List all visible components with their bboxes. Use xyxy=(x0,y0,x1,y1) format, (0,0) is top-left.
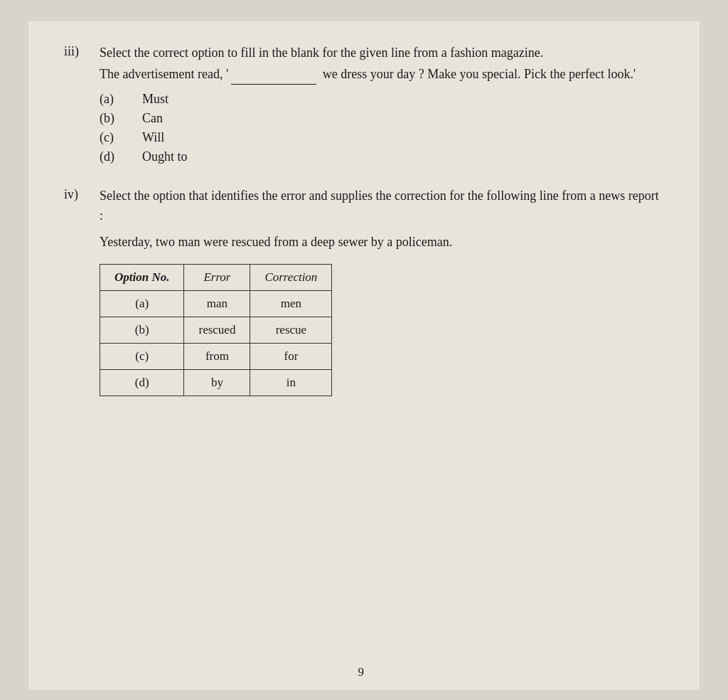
correction-table: Option No. Error Correction (a) man men … xyxy=(100,264,332,396)
option-3d-text: Ought to xyxy=(142,149,188,164)
page-number: 9 xyxy=(358,665,365,679)
row-d-option: (d) xyxy=(100,369,184,396)
question-4-number: iv) xyxy=(64,186,100,202)
option-3a-label: (a) xyxy=(100,92,142,107)
option-3b-text: Can xyxy=(142,111,163,126)
question-3-block: iii) Select the correct option to fill i… xyxy=(64,43,664,164)
row-a-option: (a) xyxy=(100,290,184,317)
row-b-correction: rescue xyxy=(250,317,332,343)
table-row: (c) from for xyxy=(100,343,332,369)
row-c-option: (c) xyxy=(100,343,184,369)
col-header-option: Option No. xyxy=(100,264,184,290)
table-header-row: Option No. Error Correction xyxy=(100,264,332,290)
option-3a[interactable]: (a) Must xyxy=(100,92,664,107)
option-3b[interactable]: (b) Can xyxy=(100,111,664,126)
question-3-sentence: The advertisement read, ' we dress your … xyxy=(100,67,636,81)
row-b-error: rescued xyxy=(184,317,250,343)
question-4-header: iv) Select the option that identifies th… xyxy=(64,186,664,227)
option-3c[interactable]: (c) Will xyxy=(100,130,664,145)
row-b-option: (b) xyxy=(100,317,184,343)
question-4-sentence: Yesterday, two man were rescued from a d… xyxy=(100,232,664,253)
question-3-options: (a) Must (b) Can (c) Will (d) Ought to xyxy=(100,92,664,164)
col-header-correction: Correction xyxy=(250,264,332,290)
row-d-correction: in xyxy=(250,369,332,396)
option-3c-text: Will xyxy=(142,130,164,145)
question-4-instruction: Select the option that identifies the er… xyxy=(100,186,664,227)
option-3c-label: (c) xyxy=(100,130,142,145)
option-3d[interactable]: (d) Ought to xyxy=(100,149,664,164)
col-header-error: Error xyxy=(184,264,250,290)
table-row: (d) by in xyxy=(100,369,332,396)
option-3d-label: (d) xyxy=(100,149,142,164)
question-4-block: iv) Select the option that identifies th… xyxy=(64,186,664,396)
table-row: (b) rescued rescue xyxy=(100,317,332,343)
blank-line xyxy=(231,63,316,85)
option-3a-text: Must xyxy=(142,92,168,107)
question-3-instruction-text: Select the correct option to fill in the… xyxy=(100,46,543,60)
row-c-error: from xyxy=(184,343,250,369)
row-d-error: by xyxy=(184,369,250,396)
question-3-instruction: Select the correct option to fill in the… xyxy=(100,43,664,85)
question-3-header: iii) Select the correct option to fill i… xyxy=(64,43,664,85)
row-a-error: man xyxy=(184,290,250,317)
row-a-correction: men xyxy=(250,290,332,317)
page-content: iii) Select the correct option to fill i… xyxy=(28,21,700,690)
question-3-number: iii) xyxy=(64,43,100,59)
row-c-correction: for xyxy=(250,343,332,369)
option-3b-label: (b) xyxy=(100,111,142,126)
table-row: (a) man men xyxy=(100,290,332,317)
